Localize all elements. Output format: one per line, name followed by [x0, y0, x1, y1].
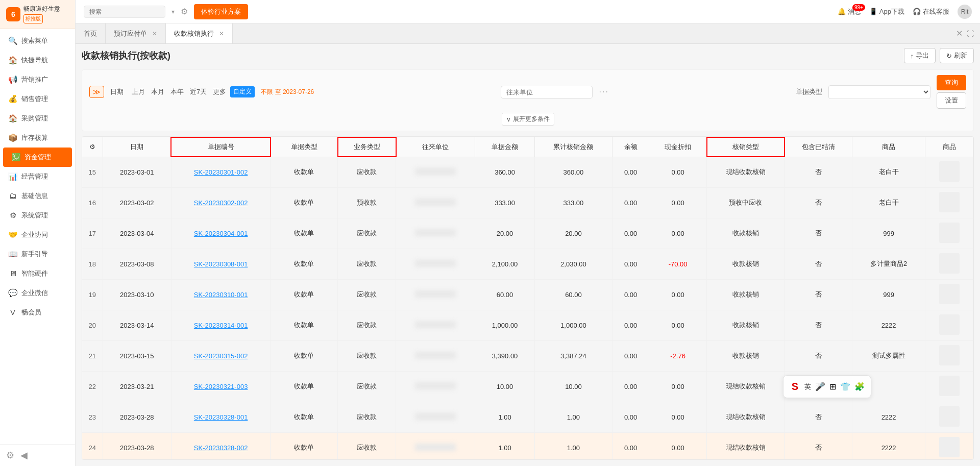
col-goods[interactable]: 商品 [852, 137, 925, 157]
cell-goods: 2222 [852, 432, 925, 460]
cell-goods2 [925, 402, 973, 432]
grid-icon: ⊞ [829, 382, 836, 391]
table-row: 21 2023-03-15 SK-20230315-002 收款单 应收款 3,… [82, 340, 973, 371]
sidebar-item-operations[interactable]: 📊 经营管理 [0, 167, 75, 186]
sidebar-item-search-label: 搜索菜单 [21, 36, 48, 45]
cell-no: 24 [82, 432, 103, 460]
expand-more-conditions-button[interactable]: ∨ 展开更多条件 [502, 113, 554, 126]
settings-button[interactable]: 设置 [937, 92, 966, 109]
sidebar-item-finance[interactable]: 💹 资金管理 [3, 148, 72, 167]
sidebar-item-basic[interactable]: 🗂 基础信息 [0, 186, 75, 206]
refresh-button[interactable]: ↻ 刷新 [940, 48, 974, 63]
col-verify-type[interactable]: 核销类型 [707, 137, 785, 157]
col-doc-no[interactable]: 单据编号 [171, 137, 270, 157]
sidebar-item-hardware[interactable]: 🖥 智能硬件 [0, 264, 75, 283]
cell-no: 16 [82, 187, 103, 218]
settings-icon[interactable]: ⚙ [181, 7, 188, 16]
col-date[interactable]: 日期 [103, 137, 171, 157]
sidebar-item-collab[interactable]: 🤝 企业协同 [0, 225, 75, 244]
cell-verify-type: 收款核销 [707, 279, 785, 310]
col-goods2[interactable]: 商品 [925, 137, 973, 157]
sidebar-item-marketing-label: 营销推广 [21, 75, 48, 84]
cell-doc-no: SK-20230315-002 [171, 340, 270, 371]
more-dates-button[interactable]: 更多 [211, 86, 228, 97]
export-button[interactable]: ↑ 导出 [904, 48, 936, 63]
cell-no: 17 [82, 218, 103, 249]
tab-receivable[interactable]: 收款核销执行 ✕ [166, 23, 233, 43]
search-input[interactable] [84, 6, 165, 18]
partner-unit-input[interactable] [501, 86, 593, 99]
cell-goods: 2222 [852, 310, 925, 340]
brand-name: 畅康道好生意 [23, 5, 60, 13]
query-button[interactable]: 查询 [937, 75, 966, 90]
tab-receivable-close[interactable]: ✕ [219, 30, 224, 37]
col-include-settled[interactable]: 包含已结清 [785, 137, 852, 157]
this-month-button[interactable]: 本月 [149, 86, 166, 97]
cell-partner [396, 402, 475, 432]
more-options-dots[interactable]: ··· [599, 87, 608, 96]
doc-no-link[interactable]: SK-20230328-001 [194, 413, 248, 421]
sidebar: 6 畅康道好生意 标推版 🔍 搜索菜单 🏠 快捷导航 📢 营销推广 💰 销售管理… [0, 0, 76, 466]
sidebar-item-search[interactable]: 🔍 搜索菜单 [0, 31, 75, 51]
sidebar-item-system[interactable]: ⚙ 系统管理 [0, 206, 75, 225]
online-service-button[interactable]: 🎧 在线客服 [913, 7, 949, 16]
tab-prepay[interactable]: 预订应付单 ✕ [106, 23, 166, 43]
custom-date-button[interactable]: 自定义 [230, 86, 255, 97]
col-doc-type[interactable]: 单据类型 [271, 137, 338, 157]
col-settings[interactable]: ⚙ [82, 137, 103, 157]
sidebar-item-guide[interactable]: 📖 新手引导 [0, 244, 75, 264]
doc-no-link[interactable]: SK-20230328-002 [194, 444, 248, 452]
app-download-button[interactable]: 📱 App下载 [869, 7, 904, 16]
doc-no-link[interactable]: SK-20230310-001 [194, 291, 248, 299]
avatar[interactable]: Rit [958, 5, 972, 19]
cell-doc-type: 收款单 [271, 279, 338, 310]
col-verified[interactable]: 累计核销金额 [534, 137, 612, 157]
tab-home[interactable]: 首页 [76, 23, 106, 43]
cell-biz-type: 应收款 [338, 249, 396, 279]
sidebar-item-inventory[interactable]: 📦 库存核算 [0, 128, 75, 148]
topbar-right: 🔔 消息 99+ 📱 App下载 🎧 在线客服 Rit [838, 5, 972, 19]
tab-prepay-close[interactable]: ✕ [152, 30, 157, 37]
sidebar-item-marketing[interactable]: 📢 营销推广 [0, 70, 75, 89]
cell-balance: 0.00 [612, 432, 649, 460]
expand-icon[interactable]: ⛶ [967, 30, 974, 38]
cell-discount: 0.00 [649, 279, 707, 310]
sidebar-item-purchase[interactable]: 🏠 采购管理 [0, 109, 75, 128]
cell-goods2 [925, 218, 973, 249]
cell-doc-type: 收款单 [271, 371, 338, 402]
settings-icon[interactable]: ⚙ [6, 450, 14, 461]
cell-discount: 0.00 [649, 402, 707, 432]
this-year-button[interactable]: 本年 [168, 86, 186, 97]
sidebar-item-quick[interactable]: 🏠 快捷导航 [0, 51, 75, 70]
close-all-icon[interactable]: ✕ [956, 29, 963, 38]
doc-no-link[interactable]: SK-20230302-002 [194, 199, 248, 207]
operations-icon: 📊 [8, 172, 17, 181]
collapse-icon[interactable]: ◀ [20, 450, 28, 461]
doc-no-link[interactable]: SK-20230315-002 [194, 352, 248, 360]
doc-no-link[interactable]: SK-20230314-001 [194, 322, 248, 329]
sidebar-item-wechat[interactable]: 💬 企业微信 [0, 283, 75, 303]
chevron-down-icon: ∨ [506, 116, 511, 123]
doc-type-select[interactable] [828, 85, 930, 99]
doc-no-link[interactable]: SK-20230308-001 [194, 260, 248, 268]
doc-type-label: 单据类型 [796, 87, 822, 96]
col-biz-type[interactable]: 业务类型 [338, 137, 396, 157]
last-7days-button[interactable]: 近7天 [188, 86, 209, 97]
filter-toggle-button[interactable]: ≫ [89, 86, 104, 98]
doc-no-link[interactable]: SK-20230304-001 [194, 230, 248, 237]
cell-verified: 3,387.24 [534, 340, 612, 371]
sidebar-item-member[interactable]: V 畅会员 [0, 303, 75, 322]
last-month-button[interactable]: 上月 [130, 86, 147, 97]
mobile-icon: 📱 [869, 8, 877, 15]
col-discount[interactable]: 现金折扣 [649, 137, 707, 157]
industry-solution-button[interactable]: 体验行业方案 [194, 4, 248, 19]
col-amount[interactable]: 单据金额 [475, 137, 535, 157]
cell-balance: 0.00 [612, 187, 649, 218]
col-partner[interactable]: 往来单位 [396, 137, 475, 157]
cell-doc-no: SK-20230302-002 [171, 187, 270, 218]
sidebar-item-sales[interactable]: 💰 销售管理 [0, 89, 75, 109]
doc-no-link[interactable]: SK-20230301-002 [194, 168, 248, 176]
col-balance[interactable]: 余额 [612, 137, 649, 157]
notification-button[interactable]: 🔔 消息 99+ [838, 7, 861, 16]
doc-no-link[interactable]: SK-20230321-003 [194, 383, 248, 390]
